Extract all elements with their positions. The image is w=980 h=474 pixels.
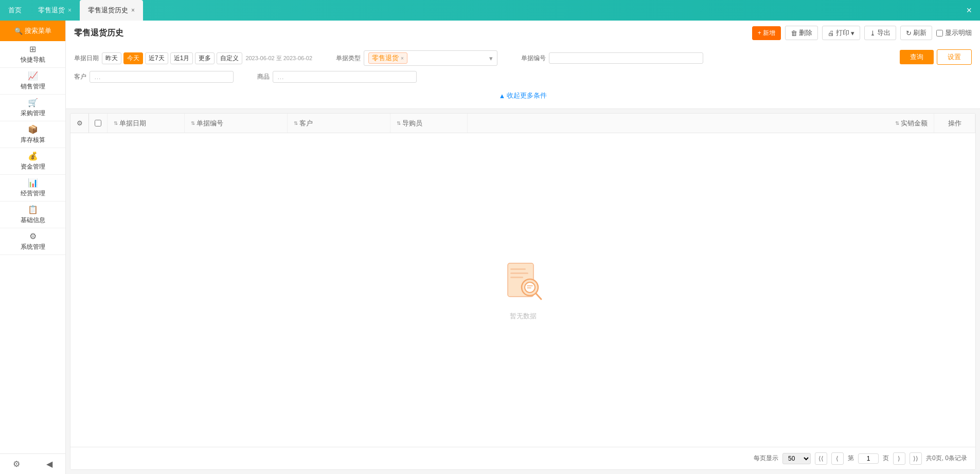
type-tag-text: 零售退货 [372,53,399,63]
date-btn-yesterday[interactable]: 昨天 [102,52,121,64]
sidebar-item-purchase-label: 采购管理 [21,109,45,118]
tab-retail-return[interactable]: 零售退货 × [30,0,80,21]
select-all-checkbox[interactable] [95,120,101,126]
th-customer[interactable]: ⇅ 客户 [288,114,390,133]
tab-home[interactable]: 首页 [0,0,30,21]
content-area: 零售退货历史 + 新增 🗑 删除 🖨 打印 ▾ ⤓ 导出 [66,21,980,474]
tab-bar: 首页 零售退货 × 零售退货历史 × [0,0,958,21]
sidebar: 🔍 搜索菜单 ⊞ 快捷导航 📈 销售管理 🛒 采购管理 📦 库存核算 💰 [0,21,66,474]
filter-no: 单据编号 [521,52,703,64]
filter-date: 单据日期 昨天 今天 近7天 近1月 更多 自定义 2023-06-02 至 2… [74,52,312,64]
main-layout: 🔍 搜索菜单 ⊞ 快捷导航 📈 销售管理 🛒 采购管理 📦 库存核算 💰 [0,21,980,474]
no-input[interactable] [549,52,703,64]
print-dropdown-icon: ▾ [851,29,854,37]
settings-button[interactable]: 设置 [937,49,972,65]
sidebar-item-finance[interactable]: 💰 资金管理 [0,148,65,175]
show-detail-checkbox[interactable] [936,30,943,37]
page-label: 第 [848,454,854,463]
sidebar-item-sales-label: 销售管理 [21,82,45,91]
page-unit: 页 [883,454,889,463]
per-page-label: 每页显示 [754,454,778,463]
date-btn-7days[interactable]: 近7天 [145,52,168,64]
date-btn-custom[interactable]: 自定义 [217,52,242,64]
sidebar-item-inventory-label: 库存核算 [21,136,45,144]
basic-info-icon: 📋 [28,205,38,214]
sidebar-item-sales[interactable]: 📈 销售管理 [0,68,65,95]
date-btn-1month[interactable]: 近1月 [170,52,193,64]
sidebar-item-operations-label: 经营管理 [21,189,45,198]
type-select-dropdown-icon: ▾ [489,54,493,62]
print-button[interactable]: 🖨 打印 ▾ [822,26,860,40]
tab-retail-return-history-close[interactable]: × [131,7,135,14]
sidebar-item-basic-info[interactable]: 📋 基础信息 [0,202,65,228]
type-tag-close[interactable]: × [401,56,404,61]
sidebar-item-system[interactable]: ⚙ 系统管理 [0,228,65,255]
th-guide[interactable]: ⇅ 导购员 [390,114,468,133]
filter-row-1: 单据日期 昨天 今天 近7天 近1月 更多 自定义 2023-06-02 至 2… [74,49,972,67]
page-title-row: 零售退货历史 + 新增 🗑 删除 🖨 打印 ▾ ⤓ 导出 [74,26,972,40]
pagination-last[interactable]: ⟩⟩ [910,452,922,465]
empty-state: 暂无数据 [500,259,546,321]
tab-retail-return-history[interactable]: 零售退货历史 × [80,0,143,21]
refresh-icon: ↻ [906,29,912,37]
th-no[interactable]: ⇅ 单据编号 [185,114,288,133]
pagination-prev[interactable]: ⟨ [831,452,844,465]
svg-line-6 [536,294,541,299]
finance-icon: 💰 [28,151,38,161]
delete-button[interactable]: 🗑 删除 [785,26,818,40]
top-bar: 首页 零售退货 × 零售退货历史 × × [0,0,980,21]
th-amount-label: 实销金额 [901,119,928,128]
show-detail-label: 显示明细 [936,28,972,38]
export-button[interactable]: ⤓ 导出 [864,26,896,40]
th-settings[interactable]: ⚙ [70,114,89,133]
query-button[interactable]: 查询 [900,50,934,64]
collapse-label: 收起更多条件 [507,91,547,100]
sidebar-bottom: ⚙ ◀ [0,453,65,474]
inventory-icon: 📦 [28,124,38,134]
sidebar-item-purchase[interactable]: 🛒 采购管理 [0,95,65,121]
type-select[interactable]: 零售退货 × ▾ [364,50,497,66]
th-no-label: 单据编号 [197,119,223,128]
th-amount[interactable]: ⇅ 实销金额 [468,114,934,133]
sidebar-item-inventory[interactable]: 📦 库存核算 [0,121,65,148]
filter-area: 单据日期 昨天 今天 近7天 近1月 更多 自定义 2023-06-02 至 2… [74,45,972,108]
sidebar-search[interactable]: 🔍 搜索菜单 [0,21,65,41]
sort-icon-date: ⇅ [114,120,118,126]
svg-rect-1 [510,268,526,270]
sidebar-item-quick-nav[interactable]: ⊞ 快捷导航 [0,41,65,68]
sort-icon-guide: ⇅ [397,120,401,126]
type-filter-label: 单据类型 [336,54,361,63]
filter-row-2: 客户 … 商品 … [74,71,972,83]
pagination-total: 共0页, 0条记录 [926,454,967,463]
toolbar: + 新增 🗑 删除 🖨 打印 ▾ ⤓ 导出 ↻ [752,26,972,40]
sidebar-collapse-button[interactable]: ◀ [46,459,52,469]
filter-actions: ▲ 收起更多条件 [74,87,972,104]
th-guide-label: 导购员 [402,119,422,128]
svg-rect-2 [510,272,528,274]
add-button[interactable]: + 新增 [752,26,781,40]
export-icon: ⤓ [870,29,876,37]
sidebar-settings-button[interactable]: ⚙ [13,459,20,469]
date-buttons: 昨天 今天 近7天 近1月 更多 自定义 [102,52,242,64]
per-page-select[interactable]: 50 100 200 [782,453,811,464]
refresh-button[interactable]: ↻ 刷新 [900,26,932,40]
page-input[interactable] [858,453,879,464]
column-settings-icon[interactable]: ⚙ [77,119,83,127]
th-date[interactable]: ⇅ 单据日期 [108,114,185,133]
collapse-button[interactable]: ▲ 收起更多条件 [495,89,551,102]
goods-select[interactable]: … [273,71,417,83]
table-body: 暂无数据 [70,133,975,447]
pagination-first[interactable]: ⟨⟨ [815,452,827,465]
pagination-next[interactable]: ⟩ [893,452,905,465]
customer-select[interactable]: … [90,71,234,83]
tab-retail-return-close[interactable]: × [68,7,72,14]
svg-rect-3 [510,277,523,278]
type-tag: 零售退货 × [368,52,407,64]
tab-retail-return-history-label: 零售退货历史 [88,6,128,15]
sidebar-item-operations[interactable]: 📊 经营管理 [0,175,65,202]
svg-point-5 [525,282,535,293]
sidebar-item-basic-info-label: 基础信息 [21,216,45,225]
date-btn-today[interactable]: 今天 [123,52,143,64]
window-close-button[interactable]: × [958,5,980,16]
date-btn-more[interactable]: 更多 [195,52,215,64]
